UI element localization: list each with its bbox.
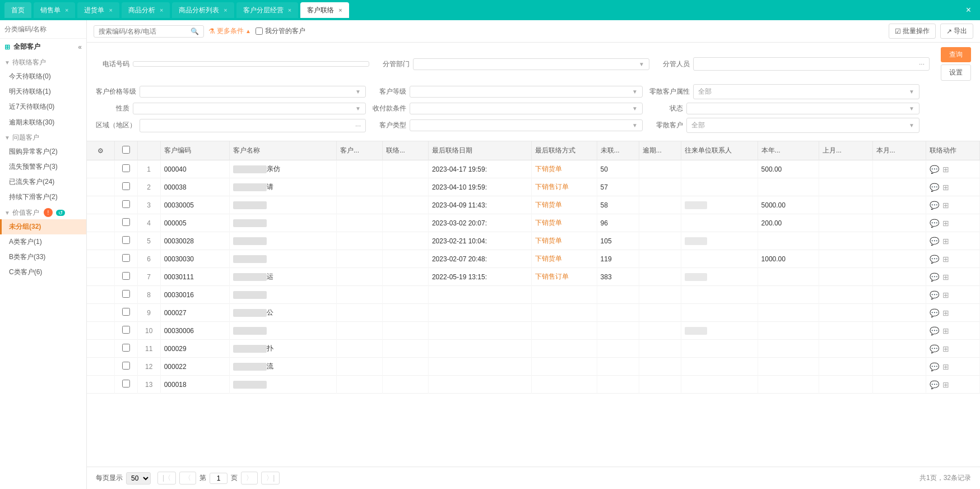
message-icon-4[interactable]: 💬	[930, 237, 939, 246]
select-payment[interactable]: ▼	[410, 103, 643, 114]
message-icon-1[interactable]: 💬	[930, 183, 939, 192]
td-method-3[interactable]: 下销货单	[532, 214, 597, 232]
tab-product-analysis-close[interactable]: ×	[160, 7, 163, 13]
row-checkbox-12[interactable]	[122, 380, 130, 387]
message-icon-0[interactable]: 💬	[930, 165, 939, 174]
td-check-6[interactable]	[114, 268, 137, 286]
td-method-0[interactable]: 下销货单	[532, 160, 597, 178]
tab-purchase-close[interactable]: ×	[109, 7, 112, 13]
row-checkbox-4[interactable]	[122, 236, 130, 244]
search-icon[interactable]: 🔍	[191, 27, 199, 35]
reset-btn[interactable]: 设置	[941, 64, 971, 81]
message-icon-12[interactable]: 💬	[930, 380, 939, 389]
row-checkbox-0[interactable]	[122, 164, 130, 172]
message-icon-9[interactable]: 💬	[930, 326, 939, 335]
message-icon-2[interactable]: 💬	[930, 201, 939, 210]
group-problem-customers[interactable]: ▼ 问题客户	[0, 130, 86, 144]
th-check[interactable]	[114, 141, 137, 160]
grid-action-icon-1[interactable]: ⊞	[942, 183, 949, 192]
row-checkbox-9[interactable]	[122, 326, 130, 334]
method-link-6[interactable]: 下销售订单	[535, 273, 569, 280]
sidebar-item-today[interactable]: 今天待联络(0)	[0, 69, 86, 84]
grid-action-icon-11[interactable]: ⊞	[942, 362, 949, 371]
grid-action-icon-6[interactable]: ⊞	[942, 273, 949, 282]
row-checkbox-10[interactable]	[122, 344, 130, 352]
method-link-3[interactable]: 下销货单	[535, 219, 562, 227]
sidebar-item-class-a[interactable]: A类客户(1)	[0, 234, 86, 250]
sidebar-item-class-b[interactable]: B类客户(33)	[0, 250, 86, 265]
message-icon-3[interactable]: 💬	[930, 219, 939, 228]
my-customers-check[interactable]: 我分管的客户	[256, 26, 305, 36]
sidebar-item-churned[interactable]: 已流失客户(24)	[0, 174, 86, 190]
message-icon-11[interactable]: 💬	[930, 362, 939, 371]
td-check-12[interactable]	[114, 376, 137, 394]
sidebar-item-churn-risk[interactable]: 流失预警客户(3)	[0, 159, 86, 174]
query-btn[interactable]: 查询	[941, 47, 971, 62]
td-check-4[interactable]	[114, 232, 137, 250]
tab-purchase[interactable]: 进货单 ×	[77, 2, 119, 18]
grid-action-icon-10[interactable]: ⊞	[942, 344, 949, 353]
window-close-btn[interactable]: ×	[962, 3, 976, 17]
method-link-1[interactable]: 下销售订单	[535, 183, 569, 191]
group-value-customers[interactable]: ▼ 价值客户 ! ↺	[0, 205, 86, 219]
grid-action-icon-4[interactable]: ⊞	[942, 237, 949, 246]
grid-action-icon-2[interactable]: ⊞	[942, 201, 949, 210]
grid-action-icon-8[interactable]: ⊞	[942, 308, 949, 317]
sidebar-item-overdue[interactable]: 逾期未联络(30)	[0, 115, 86, 130]
tab-sales[interactable]: 销售单 ×	[34, 2, 75, 18]
tab-home[interactable]: 首页	[4, 2, 31, 18]
td-check-8[interactable]	[114, 304, 137, 322]
select-customer-type[interactable]: ▼	[410, 119, 643, 131]
export-btn[interactable]: ↗ 导出	[940, 24, 973, 39]
group-pending-contact[interactable]: ▼ 待联络客户	[0, 55, 86, 69]
td-method-4[interactable]: 下销货单	[532, 232, 597, 250]
message-icon-7[interactable]: 💬	[930, 290, 939, 299]
select-retail-attr[interactable]: 全部▼	[693, 84, 919, 99]
td-check-7[interactable]	[114, 286, 137, 304]
batch-op-btn[interactable]: ☑ 批量操作	[889, 24, 936, 39]
th-settings[interactable]: ⚙	[87, 141, 114, 160]
td-method-5[interactable]: 下销货单	[532, 250, 597, 268]
row-checkbox-6[interactable]	[122, 272, 130, 280]
select-all-checkbox[interactable]	[122, 146, 130, 154]
select-price-level[interactable]: ▼	[140, 86, 366, 98]
grid-action-icon-9[interactable]: ⊞	[942, 326, 949, 335]
grid-action-icon-5[interactable]: ⊞	[942, 255, 949, 264]
td-check-5[interactable]	[114, 250, 137, 268]
tab-customer-contact-close[interactable]: ×	[338, 7, 342, 13]
tab-product-analysis[interactable]: 商品分析 ×	[122, 2, 170, 18]
td-check-9[interactable]	[114, 322, 137, 340]
grid-action-icon-3[interactable]: ⊞	[942, 219, 949, 228]
sidebar-item-class-c[interactable]: C类客户(6)	[0, 265, 86, 280]
message-icon-10[interactable]: 💬	[930, 344, 939, 353]
last-page-btn[interactable]: 〉|	[261, 472, 280, 485]
next-page-btn[interactable]: 〉	[241, 472, 258, 485]
select-dept[interactable]: ▼	[413, 58, 649, 70]
sidebar-search-input[interactable]	[4, 25, 87, 33]
td-method-1[interactable]: 下销售订单	[532, 178, 597, 196]
row-checkbox-5[interactable]	[122, 254, 130, 262]
message-icon-6[interactable]: 💬	[930, 273, 939, 282]
row-checkbox-1[interactable]	[122, 182, 130, 190]
all-customers-header[interactable]: ⊞ 全部客户 «	[0, 39, 86, 55]
sidebar-item-declining[interactable]: 持续下滑客户(2)	[0, 190, 86, 205]
tab-product-list[interactable]: 商品分析列表 ×	[172, 2, 234, 18]
input-phone[interactable]	[133, 61, 369, 67]
page-number-input[interactable]	[210, 473, 227, 484]
prev-page-btn[interactable]: 〈	[179, 472, 196, 485]
method-link-5[interactable]: 下销货单	[535, 255, 562, 262]
td-method-2[interactable]: 下销货单	[532, 196, 597, 214]
input-region[interactable]: ···	[140, 119, 366, 132]
message-icon-8[interactable]: 💬	[930, 308, 939, 317]
per-page-select[interactable]: 50	[126, 472, 151, 485]
my-customers-checkbox[interactable]	[256, 27, 263, 35]
select-nature[interactable]: ▼	[133, 103, 366, 114]
tab-customer-tier-close[interactable]: ×	[288, 7, 291, 13]
sidebar-item-tomorrow[interactable]: 明天待联络(1)	[0, 84, 86, 99]
td-check-11[interactable]	[114, 358, 137, 376]
collapse-sidebar-btn[interactable]: «	[78, 43, 82, 51]
method-link-2[interactable]: 下销货单	[535, 201, 562, 209]
td-check-2[interactable]	[114, 196, 137, 214]
tab-product-list-close[interactable]: ×	[224, 7, 227, 13]
select-retail[interactable]: 全部▼	[686, 118, 919, 133]
